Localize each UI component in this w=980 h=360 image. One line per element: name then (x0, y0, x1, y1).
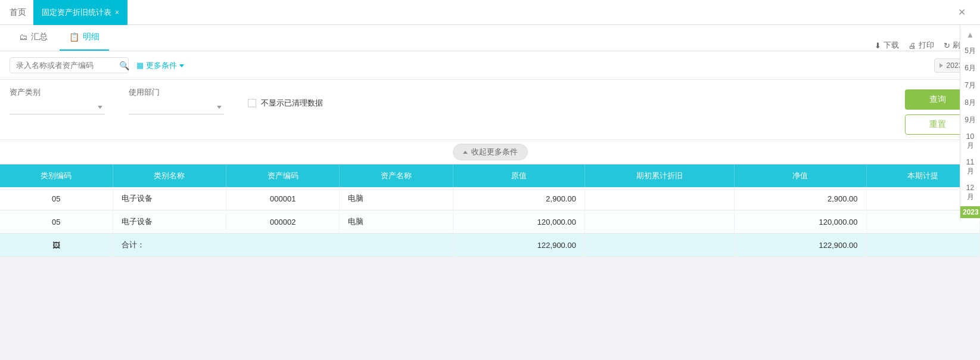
more-conditions-label: 更多条件 (146, 60, 177, 71)
sidebar-month-9[interactable]: 9月 (960, 112, 980, 128)
subtotal-icon: 🖼 (52, 241, 60, 250)
col-asset-code: 资产编码 (226, 165, 340, 187)
print-button[interactable]: 🖨 打印 (909, 40, 934, 51)
table-header-row: 类别编码 类别名称 资产编码 资产名称 原值 期初累计折旧 净值 本期计提 (0, 165, 980, 187)
filter-icon: ▦ (136, 61, 144, 70)
cell-category-name: 电子设备 (113, 187, 226, 210)
tab-summary-label: 汇总 (31, 32, 48, 42)
subtotal-label: 合计： (113, 234, 453, 257)
download-label: 下载 (883, 40, 899, 51)
search-input[interactable] (10, 57, 129, 73)
date-nav-icon (939, 63, 943, 68)
print-label: 打印 (919, 40, 934, 51)
home-nav-item[interactable]: 首页 (10, 7, 33, 18)
hide-cleared-label: 不显示已清理数据 (261, 98, 323, 108)
col-accum-depreciation: 期初累计折旧 (584, 165, 734, 187)
close-tab-button[interactable]: × (115, 8, 119, 17)
sidebar-nav-up-button[interactable]: ▲ (964, 27, 977, 42)
collapse-button[interactable]: 收起更多条件 (453, 144, 528, 160)
extended-filter: 资产类别 使用部门 不显示已清理数据 查询 重置 (0, 80, 980, 140)
tab-detail-label: 明细 (83, 32, 99, 42)
hide-cleared-row: 不显示已清理数据 (248, 98, 323, 108)
subtotal-original-value: 122,900.00 (453, 234, 584, 257)
col-original-value: 原值 (453, 165, 584, 187)
sidebar-month-6[interactable]: 6月 (960, 60, 980, 76)
sidebar-year-badge[interactable]: 2023 (960, 206, 980, 218)
sidebar-month-5[interactable]: 5月 (960, 43, 980, 59)
summary-icon: 🗂 (19, 32, 27, 42)
top-nav: 首页 固定资产折旧统计表 × ✕ (0, 0, 980, 25)
sidebar-month-12[interactable]: 12月 (960, 181, 980, 205)
sidebar-month-10[interactable]: 10月 (960, 129, 980, 154)
cell-asset-name: 电脑 (340, 187, 453, 210)
subtotal-accum-depreciation (584, 234, 734, 257)
tab-detail[interactable]: 📋 明细 (60, 24, 109, 51)
collapse-bar: 收起更多条件 (0, 140, 980, 165)
tab-bar: 🗂 汇总 📋 明细 ⬇ 下载 🖨 打印 ↻ 刷新 (0, 25, 980, 51)
filter-bar: 🔍 ▦ 更多条件 2023.01 (0, 51, 980, 80)
col-category-name: 类别名称 (113, 165, 226, 187)
cell-original-value: 120,000.00 (453, 210, 584, 234)
tab-summary[interactable]: 🗂 汇总 (10, 24, 57, 51)
tab-actions: ⬇ 下载 🖨 打印 ↻ 刷新 (875, 40, 970, 51)
window-close-button[interactable]: ✕ (953, 4, 970, 20)
cell-asset-code: 000001 (226, 187, 340, 210)
col-net-value: 净值 (735, 165, 866, 187)
subtotal-net-value: 122,900.00 (735, 234, 866, 257)
col-category-code: 类别编码 (0, 165, 113, 187)
asset-category-label: 资产类别 (10, 87, 105, 98)
sidebar-month-7[interactable]: 7月 (960, 77, 980, 94)
hide-cleared-checkbox[interactable] (248, 99, 256, 107)
table-row: 05 电子设备 000001 电脑 2,900.00 2,900.00 (0, 187, 980, 210)
subtotal-icon-cell: 🖼 (0, 234, 113, 257)
cell-asset-code: 000002 (226, 210, 340, 234)
subtotal-row: 🖼 合计： 122,900.00 122,900.00 (0, 234, 980, 257)
download-button[interactable]: ⬇ 下载 (875, 40, 899, 51)
chevron-up-icon (463, 151, 468, 154)
cell-accum-depreciation (584, 210, 734, 234)
cell-net-value: 120,000.00 (735, 210, 866, 234)
chevron-down-icon (179, 64, 184, 67)
asset-category-field: 资产类别 (10, 87, 105, 114)
refresh-icon: ↻ (944, 41, 950, 50)
download-icon: ⬇ (875, 41, 881, 50)
active-tab[interactable]: 固定资产折旧统计表 × (33, 0, 127, 25)
cell-asset-name: 电脑 (340, 210, 453, 234)
data-table-container: 类别编码 类别名称 资产编码 资产名称 原值 期初累计折旧 净值 本期计提 05… (0, 165, 980, 257)
print-icon: 🖨 (909, 41, 916, 50)
cell-original-value: 2,900.00 (453, 187, 584, 210)
use-department-select-wrapper (129, 100, 224, 114)
cell-category-code: 05 (0, 187, 113, 210)
sidebar-month-8[interactable]: 8月 (960, 95, 980, 111)
subtotal-current-depreciation (866, 234, 979, 257)
sidebar-month-11[interactable]: 11月 (960, 155, 980, 179)
data-table: 类别编码 类别名称 资产编码 资产名称 原值 期初累计折旧 净值 本期计提 05… (0, 165, 980, 257)
use-department-label: 使用部门 (129, 87, 224, 98)
search-icon: 🔍 (119, 61, 129, 70)
asset-category-select[interactable] (10, 100, 105, 114)
use-department-select[interactable] (129, 100, 224, 114)
active-tab-label: 固定资产折旧统计表 (42, 7, 111, 18)
right-sidebar: ▲ 5月 6月 7月 8月 9月 10月 11月 12月 2023 (960, 25, 980, 221)
detail-icon: 📋 (69, 32, 79, 42)
collapse-label: 收起更多条件 (471, 147, 518, 157)
use-department-field: 使用部门 (129, 87, 224, 114)
cell-category-code: 05 (0, 210, 113, 234)
more-conditions-button[interactable]: ▦ 更多条件 (136, 60, 184, 71)
cell-net-value: 2,900.00 (735, 187, 866, 210)
asset-category-select-wrapper (10, 100, 105, 114)
col-asset-name: 资产名称 (340, 165, 453, 187)
cell-accum-depreciation (584, 187, 734, 210)
table-row: 05 电子设备 000002 电脑 120,000.00 120,000.00 (0, 210, 980, 234)
cell-category-name: 电子设备 (113, 210, 226, 234)
